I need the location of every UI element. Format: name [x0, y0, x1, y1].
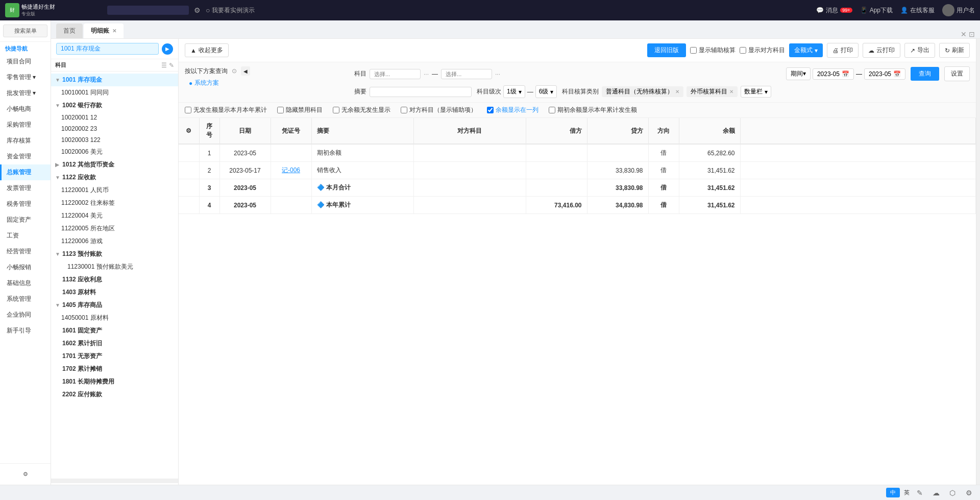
remove-tag-normal[interactable]: ✕	[675, 89, 679, 94]
sidebar-item-guide[interactable]: 新手引导	[0, 323, 51, 339]
cb-opening-balance[interactable]: 期初余额显示本年累计发生额	[549, 106, 637, 114]
tree-item-1001[interactable]: ▼ 1001 库存现金	[51, 74, 178, 86]
sidebar-item-wholesale[interactable]: 批发管理 ▾	[0, 85, 51, 101]
sidebar-item-salary[interactable]: 工资	[0, 228, 51, 244]
sidebar-settings-btn[interactable]: ⚙	[0, 468, 51, 481]
settings-icon[interactable]: ⚙	[194, 6, 201, 14]
voucher-link-2[interactable]: 记-006	[282, 166, 300, 174]
sidebar-item-ledger[interactable]: 总账管理	[0, 164, 51, 180]
tree-item-1002[interactable]: ▼ 1002 银行存款	[51, 99, 178, 112]
cloud-print-btn[interactable]: ☁ 云打印	[863, 43, 900, 58]
back-old-version-btn[interactable]: 退回旧版	[647, 43, 686, 57]
account-nav-btn[interactable]: ▶	[162, 43, 173, 55]
export-btn[interactable]: ↗ 导出	[904, 43, 935, 58]
tree-item-11220006[interactable]: 11220006 游戏	[51, 235, 178, 248]
tree-item-10020001[interactable]: 10020001 12	[51, 112, 178, 123]
panel-resize-btn[interactable]: ⊡	[969, 30, 975, 38]
tree-item-1701[interactable]: 1701 无形资产	[51, 350, 178, 363]
tree-item-1132[interactable]: 1132 应收利息	[51, 273, 178, 286]
tree-item-11220001[interactable]: 11220001 人民币	[51, 184, 178, 197]
sidebar-item-fixed-assets[interactable]: 固定资产	[0, 212, 51, 228]
show-opposite-checkbox[interactable]: 显示对方科目	[740, 46, 785, 55]
filter-collapse-icon[interactable]: ◀	[241, 66, 250, 76]
amount-style-btn[interactable]: 金额式 ▾	[789, 43, 823, 57]
tree-item-1602[interactable]: 1602 累计折旧	[51, 337, 178, 350]
level-start-select[interactable]: 1级 ▾	[503, 85, 525, 98]
subject-tag-foreign[interactable]: 外币核算科目 ✕	[687, 86, 738, 97]
tree-item-11220005[interactable]: 11220005 所在地区	[51, 222, 178, 235]
online-service-btn[interactable]: 👤 在线客服	[900, 6, 935, 15]
tree-item-1601[interactable]: 1601 固定资产	[51, 324, 178, 337]
lang-zh-btn[interactable]: 中	[886, 488, 900, 497]
tree-item-14050001[interactable]: 14050001 原材料	[51, 312, 178, 324]
topbar-search-input[interactable]	[107, 6, 189, 15]
summary-input[interactable]	[370, 87, 472, 97]
app-download-btn[interactable]: 📱 App下载	[860, 6, 893, 15]
tree-item-10020003[interactable]: 10020003 122	[51, 134, 178, 146]
sidebar-item-basic-info[interactable]: 基础信息	[0, 275, 51, 291]
right-edge-handle[interactable]	[976, 39, 980, 485]
tree-item-1122[interactable]: ▼ 1122 应收款	[51, 171, 178, 184]
tree-item-1403[interactable]: 1403 原材料	[51, 286, 178, 299]
tree-item-1702[interactable]: 1702 累计摊销	[51, 363, 178, 375]
remove-tag-foreign[interactable]: ✕	[729, 89, 733, 94]
tree-item-10020006[interactable]: 10020006 美元	[51, 146, 178, 158]
sidebar-item-invoice[interactable]: 发票管理	[0, 180, 51, 196]
level-end-select[interactable]: 6级 ▾	[535, 85, 557, 98]
sidebar-item-purchase[interactable]: 采购管理	[0, 117, 51, 133]
tree-item-2202[interactable]: 2202 应付账款	[51, 388, 178, 401]
horizontal-scrollbar[interactable]	[51, 479, 178, 483]
sidebar-item-inventory[interactable]: 库存核算	[0, 133, 51, 149]
tree-item-10020002[interactable]: 10020002 23	[51, 123, 178, 134]
tree-item-11230001[interactable]: 11230001 预付账款美元	[51, 260, 178, 273]
tab-ledger[interactable]: 明细账 ✕	[84, 23, 124, 38]
demo-link[interactable]: ○ 我要看实例演示	[206, 6, 255, 15]
sidebar-item-tax[interactable]: 税务管理	[0, 196, 51, 212]
sidebar-item-capital[interactable]: 资金管理	[0, 149, 51, 164]
cb-no-amount[interactable]: 无发生额显示本月本年累计	[185, 106, 267, 114]
sidebar-item-ecommerce[interactable]: 小畅电商	[0, 101, 51, 117]
refresh-btn[interactable]: ↻ 刷新	[939, 43, 970, 58]
tree-list-icon[interactable]: ☰	[161, 62, 167, 69]
sidebar-item-agreement[interactable]: 企业协同	[0, 307, 51, 323]
tree-item-1123[interactable]: ▼ 1123 预付账款	[51, 248, 178, 260]
tree-item-11220002[interactable]: 11220002 往来标签	[51, 197, 178, 209]
sidebar-item-operations[interactable]: 经营管理	[0, 244, 51, 259]
system-scheme[interactable]: ● 系统方案	[185, 79, 348, 87]
th-settings[interactable]: ⚙	[179, 118, 199, 144]
tree-item-10010001[interactable]: 10010001 同同同	[51, 86, 178, 99]
cb-opposite-subject[interactable]: 对方科目（显示辅助项）	[401, 106, 477, 114]
gear-icon-bottom[interactable]: ⚙	[963, 487, 975, 499]
message-btn[interactable]: 💬 消息 99+	[816, 6, 852, 15]
cb-hide-disabled[interactable]: 隐藏禁用科目	[277, 106, 323, 114]
selected-account-display[interactable]: 1001 库存现金	[56, 43, 159, 55]
panel-close-btn[interactable]: ✕	[961, 30, 967, 38]
tab-close-icon[interactable]: ✕	[112, 28, 116, 34]
show-aux-checkbox[interactable]: 显示辅助核算	[690, 46, 736, 55]
subject-start-input[interactable]	[370, 69, 421, 79]
period-end-value[interactable]: 2023-05 📅	[864, 68, 905, 80]
period-type-selector[interactable]: 期间▾	[786, 67, 811, 80]
tree-item-1012[interactable]: ▶ 1012 其他货币资金	[51, 158, 178, 171]
sidebar-item-sales-report[interactable]: 小畅报销	[0, 259, 51, 275]
collapse-filter-btn[interactable]: ▲ 收起更多	[185, 43, 229, 57]
cb-balance-one-col[interactable]: 余额显示在一列	[487, 106, 538, 114]
cb-no-balance[interactable]: 无余额无发生显示	[333, 106, 390, 114]
tree-item-11220004[interactable]: 11220004 美元	[51, 209, 178, 222]
tree-edit-icon[interactable]: ✎	[169, 62, 174, 69]
cloud-icon[interactable]: ☁	[930, 487, 942, 499]
td-voucher-2[interactable]: 记-006	[271, 162, 311, 179]
tree-item-1405[interactable]: ▼ 1405 库存商品	[51, 299, 178, 312]
print-btn[interactable]: 🖨 打印	[827, 43, 859, 58]
sidebar-item-system[interactable]: 系统管理	[0, 291, 51, 307]
hex-icon[interactable]: ⬡	[946, 487, 959, 499]
sidebar-nav-label[interactable]: 快捷导航	[0, 42, 51, 54]
query-btn[interactable]: 查询	[911, 67, 939, 81]
sidebar-item-retail[interactable]: 零售管理 ▾	[0, 69, 51, 85]
setting-btn[interactable]: 设置	[944, 66, 970, 81]
user-menu[interactable]: 用户名	[942, 4, 975, 16]
subject-end-input[interactable]	[441, 69, 492, 79]
lang-en-label[interactable]: 英	[904, 489, 910, 496]
subject-tag-normal[interactable]: 普通科目（无特殊核算） ✕	[602, 86, 683, 97]
edit-icon[interactable]: ✎	[914, 487, 926, 499]
